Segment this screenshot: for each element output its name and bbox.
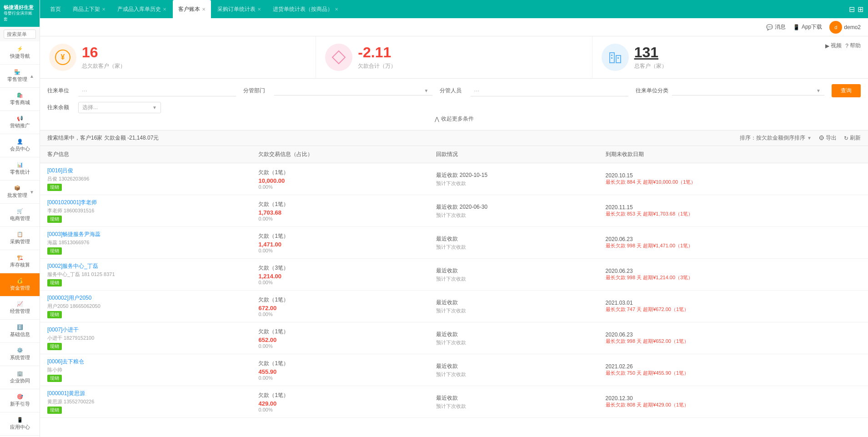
tab-purchase-summary[interactable]: 采购订单统计表 ✕ xyxy=(212,0,266,18)
help-button[interactable]: ? 帮助 xyxy=(845,42,861,50)
cell-customer-info: [0003]畅捷服务尹海蕊 海蕊 18513066976 现销 xyxy=(40,227,251,259)
dept-select[interactable]: ▼ xyxy=(274,86,432,95)
maximize-icon[interactable]: ⊞ xyxy=(858,5,863,14)
sidebar-item-retail-mgmt[interactable]: 🏪 零售管理 ▲ xyxy=(0,65,40,88)
sidebar-item-new-guide[interactable]: 🎯 新手引导 xyxy=(0,389,40,412)
debt-amount[interactable]: 672.00 xyxy=(258,305,421,311)
balance-select[interactable]: 选择... ▼ xyxy=(78,102,161,113)
overdue-amount-link[interactable]: 超期¥10,000.00（1笔） xyxy=(643,179,696,185)
purchase-icon: 📋 xyxy=(17,231,23,237)
customer-name-link[interactable]: [0002]服务中心_丁磊 xyxy=(47,262,244,270)
minimize-icon[interactable]: ⊟ xyxy=(849,5,855,14)
next-payment: 预计下次收款 xyxy=(436,403,591,410)
stat-label-total-customers: 总客户（家） xyxy=(634,62,667,70)
customer-name-link[interactable]: [000001]黄思源 xyxy=(47,390,244,397)
customer-name-link[interactable]: [0006]去下粮仓 xyxy=(47,358,244,366)
customer-contact: 李老师 18600391516 xyxy=(47,207,244,214)
chevron-down-icon: ▲ xyxy=(30,74,34,79)
customer-name-link[interactable]: [0001020001]李老师 xyxy=(47,199,244,206)
tab-product-history[interactable]: 产成品入库单历史 ✕ xyxy=(112,0,172,18)
tab-close-icon[interactable]: ✕ xyxy=(102,7,105,12)
table-row: [0016]吕俊 吕俊 13026203696 现销 欠款（1笔） 10,000… xyxy=(40,163,868,195)
sidebar-item-batch-mgmt[interactable]: 📦 批发管理 ▼ xyxy=(0,181,40,204)
search-input[interactable] xyxy=(4,30,36,39)
sidebar-item-basic-info[interactable]: ℹ️ 基础信息 xyxy=(0,320,40,343)
user-menu[interactable]: d demo2 xyxy=(829,21,861,34)
main-content: 首页 商品上下架 ✕ 产成品入库单历史 ✕ 客户账本 ✕ 采购订单统计表 ✕ 进… xyxy=(40,0,868,437)
sort-dropdown[interactable]: 排序：按欠款金额倒序排序 ▼ xyxy=(740,134,812,142)
category-select[interactable]: ▼ xyxy=(672,86,824,95)
tab-close-icon[interactable]: ✕ xyxy=(335,7,338,12)
overdue-amount-link[interactable]: 超期¥1,214.00（3笔） xyxy=(643,275,693,280)
sidebar-item-ecommerce[interactable]: 🛒 电商管理 xyxy=(0,204,40,227)
quick-nav-icon: ⚡ xyxy=(17,46,23,52)
debt-amount[interactable]: 1,703.68 xyxy=(258,209,421,216)
debt-amount[interactable]: 652.00 xyxy=(258,337,421,343)
sidebar-item-purchase[interactable]: 📋 采购管理 xyxy=(0,227,40,250)
tab-customer-account[interactable]: 客户账本 ✕ xyxy=(173,0,211,18)
input-dots: ··· xyxy=(474,87,480,94)
customer-tag: 现销 xyxy=(47,216,62,223)
tab-close-icon[interactable]: ✕ xyxy=(163,7,166,12)
apps-icon: 📱 xyxy=(17,417,23,423)
overdue-amount-link[interactable]: 超期¥1,471.00（1笔） xyxy=(643,243,693,248)
sidebar-item-marketing[interactable]: 📢 营销推广 xyxy=(0,111,40,134)
tab-close-icon[interactable]: ✕ xyxy=(257,7,261,12)
basic-info-icon: ℹ️ xyxy=(17,324,23,330)
sidebar-item-retail-stat[interactable]: 📊 零售统计 xyxy=(0,157,40,181)
sidebar-item-finance[interactable]: 💰 资金管理 xyxy=(0,273,40,296)
sidebar-item-apps[interactable]: 📱 应用中心 xyxy=(0,412,40,436)
last-payment-date: 最近收款 2020-10-15 xyxy=(436,171,591,179)
manager-input[interactable]: ··· xyxy=(471,85,628,96)
debt-amount[interactable]: 1,471.00 xyxy=(258,241,421,248)
debt-amount[interactable]: 455.90 xyxy=(258,368,421,375)
stat-icon-diamond xyxy=(325,44,352,71)
sidebar-item-member[interactable]: 👤 会员中心 xyxy=(0,134,40,157)
search-button[interactable]: 查询 xyxy=(832,84,861,97)
tab-product-off[interactable]: 商品上下架 ✕ xyxy=(67,0,111,18)
sidebar-item-system[interactable]: ⚙️ 系统管理 xyxy=(0,343,40,366)
sidebar-item-operation[interactable]: 📈 经营管理 xyxy=(0,296,40,320)
overdue-amount-link[interactable]: 超期¥672.00（1笔） xyxy=(643,306,689,312)
sidebar-item-label: 营销推广 xyxy=(10,122,30,129)
collapse-button[interactable]: ⋀ 收起更多条件 xyxy=(47,113,861,125)
customer-name-link[interactable]: [000002]用户2050 xyxy=(47,294,244,302)
source-unit-input[interactable]: ··· xyxy=(78,85,236,96)
tab-home[interactable]: 首页 xyxy=(45,0,66,18)
debt-amount[interactable]: 1,214.00 xyxy=(258,273,421,280)
overdue-amount-link[interactable]: 超期¥429.00（1笔） xyxy=(643,402,689,407)
sidebar-item-inventory[interactable]: 🏗️ 库存核算 xyxy=(0,250,40,273)
app-download-button[interactable]: 📱 App下载 xyxy=(793,23,822,31)
sidebar-item-retail-mall[interactable]: 🛍️ 零售商城 xyxy=(0,88,40,111)
next-payment: 预计下次收款 xyxy=(436,339,591,346)
video-button[interactable]: ▶ 视频 xyxy=(825,42,842,50)
overdue-amount-link[interactable]: 超期¥652.00（1笔） xyxy=(643,338,689,344)
customer-name-link[interactable]: [0016]吕俊 xyxy=(47,167,244,175)
next-payment: 预计下次收款 xyxy=(436,180,591,187)
debt-amount[interactable]: 10,000.00 xyxy=(258,177,421,184)
tab-purchase-stat[interactable]: 进货单统计表（按商品） ✕ xyxy=(267,0,344,18)
tab-close-icon[interactable]: ✕ xyxy=(202,7,206,12)
sidebar-item-enterprise[interactable]: 🏢 企业协同 xyxy=(0,366,40,389)
overdue-amount-link[interactable]: 超期¥1,703.68（1笔） xyxy=(643,211,693,216)
cell-debt-info: 欠款（1笔） 1,471.00 0.00% xyxy=(251,227,429,259)
overdue-amount-link[interactable]: 超期¥455.90（1笔） xyxy=(643,370,689,376)
input-dots: ··· xyxy=(82,87,87,94)
due-date: 2020.10.15 xyxy=(606,172,861,179)
cell-due-date: 2021.03.01 最长欠款 747 天 超期¥672.00（1笔） xyxy=(598,291,868,322)
next-payment: 预计下次收款 xyxy=(436,307,591,314)
debt-count: 欠款（1笔） xyxy=(258,169,421,176)
sidebar-item-label: 应用中心 xyxy=(10,424,30,431)
filter-row-1: 往来单位 ··· 分管部门 ▼ 分管人员 ··· 往来单位分类 xyxy=(47,84,861,97)
customer-tag: 现销 xyxy=(47,247,62,255)
filter-source-unit: 往来单位 ··· xyxy=(47,85,236,96)
table-container: 客户信息 欠款交易信息（占比） 回款情况 到期未收款日期 [0016]吕俊 吕俊… xyxy=(40,146,868,437)
export-button[interactable]: ⭗ 导出 xyxy=(819,134,837,142)
customer-name-link[interactable]: [0007]小进干 xyxy=(47,326,244,334)
customer-name-link[interactable]: [0003]畅捷服务尹海蕊 xyxy=(47,231,244,238)
sidebar-item-quick-nav[interactable]: ⚡ 快捷导航 xyxy=(0,41,40,65)
cell-payment: 最近收款 2020-06-30 预计下次收款 xyxy=(429,195,598,227)
refresh-button[interactable]: ↻ 刷新 xyxy=(844,134,861,142)
message-button[interactable]: 💬 消息 xyxy=(766,23,786,31)
debt-amount[interactable]: 429.00 xyxy=(258,400,421,407)
